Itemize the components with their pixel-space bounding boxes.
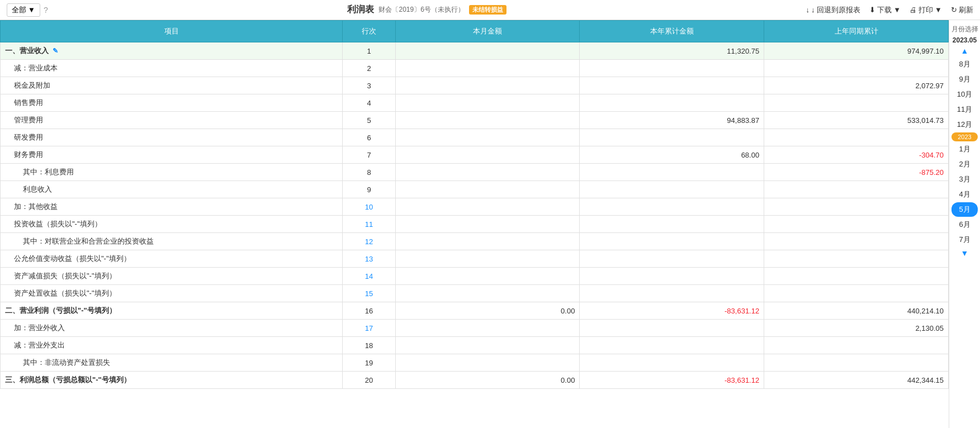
top-bar-actions: ↓ ↓ 回退到原报表 ⬇ 下载 ▼ 🖨 打印 ▼ ↻ 刷新 bbox=[806, 5, 973, 15]
header-row: 行次 bbox=[343, 21, 395, 42]
month-nav-down[interactable]: ▼ bbox=[949, 248, 980, 259]
header-year: 本年累计金额 bbox=[580, 21, 764, 42]
scope-label: 全部 bbox=[12, 5, 26, 15]
page-subtitle: 财会〔2019〕6号（未执行） bbox=[378, 5, 464, 15]
month-item-0[interactable]: 8月 bbox=[951, 57, 978, 72]
cell-year-16 bbox=[580, 320, 764, 337]
cell-year-6: 68.00 bbox=[580, 146, 764, 164]
cell-item-11: 其中：对联营企业和合营企业的投资收益 bbox=[1, 233, 343, 250]
cell-year-1 bbox=[580, 60, 764, 77]
cell-month-17 bbox=[395, 337, 580, 354]
cell-item-6: 财务费用 bbox=[1, 146, 343, 164]
print-button[interactable]: 🖨 打印 ▼ bbox=[910, 5, 942, 15]
cell-year-11 bbox=[580, 233, 764, 250]
print-icon: 🖨 bbox=[910, 6, 917, 14]
month-item-5[interactable]: 2023 bbox=[951, 132, 978, 141]
cell-month-11 bbox=[395, 233, 580, 250]
cell-prev-16: 2,130.05 bbox=[764, 320, 949, 337]
cell-rownum-18: 19 bbox=[343, 354, 395, 372]
cell-month-14 bbox=[395, 285, 580, 302]
month-sidebar: 月份选择 2023.05 ▲ 8月9月10月11月12月20231月2月3月4月… bbox=[949, 20, 980, 428]
cell-prev-18 bbox=[764, 354, 949, 372]
cell-rownum-16[interactable]: 17 bbox=[343, 320, 395, 337]
cell-year-5 bbox=[580, 129, 764, 146]
cell-rownum-5: 6 bbox=[343, 129, 395, 146]
month-item-6[interactable]: 1月 bbox=[951, 142, 978, 156]
cell-item-1: 减：营业成本 bbox=[1, 60, 343, 77]
cell-rownum-12[interactable]: 13 bbox=[343, 250, 395, 268]
cell-month-13 bbox=[395, 268, 580, 285]
cell-prev-0: 974,997.10 bbox=[764, 42, 949, 60]
cell-prev-2: 2,072.97 bbox=[764, 77, 949, 94]
cell-prev-1 bbox=[764, 60, 949, 77]
page-title-group: 利润表 财会〔2019〕6号（未执行） 未结转损益 bbox=[347, 4, 506, 16]
refresh-button[interactable]: ↻ 刷新 bbox=[951, 5, 973, 15]
cell-prev-4: 533,014.73 bbox=[764, 112, 949, 129]
main-content: 项目 行次 本月金额 本年累计金额 上年同期累计 一、营业收入 ✎111,320… bbox=[0, 20, 980, 428]
cell-item-14: 资产处置收益（损失以"-"填列） bbox=[1, 285, 343, 302]
header-item: 项目 bbox=[1, 21, 343, 42]
cell-month-2 bbox=[395, 77, 580, 94]
month-item-2[interactable]: 10月 bbox=[951, 87, 978, 102]
cell-year-9 bbox=[580, 198, 764, 216]
cell-item-5: 研发费用 bbox=[1, 129, 343, 146]
page-title: 利润表 bbox=[347, 4, 374, 16]
cell-year-10 bbox=[580, 216, 764, 233]
cell-year-12 bbox=[580, 250, 764, 268]
chevron-down-icon: ▼ bbox=[935, 6, 942, 14]
top-bar: 全部 ▼ ? 利润表 财会〔2019〕6号（未执行） 未结转损益 ↓ ↓ 回退到… bbox=[0, 0, 980, 20]
cell-month-9 bbox=[395, 198, 580, 216]
refresh-icon: ↻ bbox=[951, 6, 957, 14]
cell-prev-7: -875.20 bbox=[764, 164, 949, 181]
cell-rownum-14[interactable]: 15 bbox=[343, 285, 395, 302]
status-badge: 未结转损益 bbox=[469, 5, 506, 15]
cell-rownum-4: 5 bbox=[343, 112, 395, 129]
cell-month-15: 0.00 bbox=[395, 302, 580, 320]
cell-month-12 bbox=[395, 250, 580, 268]
help-icon[interactable]: ? bbox=[44, 6, 48, 15]
cell-rownum-11[interactable]: 12 bbox=[343, 233, 395, 250]
cell-year-17 bbox=[580, 337, 764, 354]
cell-year-19: -83,631.12 bbox=[580, 372, 764, 389]
cell-rownum-13[interactable]: 14 bbox=[343, 268, 395, 285]
header-month: 本月金额 bbox=[395, 21, 580, 42]
download-button[interactable]: ⬇ 下载 ▼ bbox=[869, 5, 901, 15]
cell-item-12: 公允价值变动收益（损失以"-"填列） bbox=[1, 250, 343, 268]
month-item-3[interactable]: 11月 bbox=[951, 102, 978, 117]
month-item-7[interactable]: 2月 bbox=[951, 157, 978, 172]
cell-month-18 bbox=[395, 354, 580, 372]
cell-year-2 bbox=[580, 77, 764, 94]
scope-dropdown[interactable]: 全部 ▼ bbox=[7, 3, 40, 17]
cell-item-10: 投资收益（损失以"-"填列） bbox=[1, 216, 343, 233]
month-item-11[interactable]: 6月 bbox=[951, 217, 978, 232]
cell-item-15: 二、营业利润（亏损以"-"号填列） bbox=[1, 302, 343, 320]
cell-prev-15: 440,214.10 bbox=[764, 302, 949, 320]
cell-rownum-6: 7 bbox=[343, 146, 395, 164]
cell-year-14 bbox=[580, 285, 764, 302]
month-selector-label: 月份选择 bbox=[949, 22, 980, 35]
month-nav-up[interactable]: ▲ bbox=[949, 45, 980, 56]
month-item-4[interactable]: 12月 bbox=[951, 117, 978, 132]
cell-prev-19: 442,344.15 bbox=[764, 372, 949, 389]
cell-month-19: 0.00 bbox=[395, 372, 580, 389]
cell-prev-13 bbox=[764, 268, 949, 285]
cell-rownum-9[interactable]: 10 bbox=[343, 198, 395, 216]
cell-item-4: 管理费用 bbox=[1, 112, 343, 129]
edit-icon-0[interactable]: ✎ bbox=[51, 47, 58, 55]
back-button[interactable]: ↓ ↓ 回退到原报表 bbox=[806, 5, 861, 15]
cell-rownum-0: 1 bbox=[343, 42, 395, 60]
cell-rownum-10[interactable]: 11 bbox=[343, 216, 395, 233]
cell-prev-14 bbox=[764, 285, 949, 302]
month-item-1[interactable]: 9月 bbox=[951, 72, 978, 87]
cell-month-5 bbox=[395, 129, 580, 146]
cell-item-18: 其中：非流动资产处置损失 bbox=[1, 354, 343, 372]
cell-rownum-3: 4 bbox=[343, 94, 395, 112]
month-item-12[interactable]: 7月 bbox=[951, 232, 978, 247]
cell-prev-17 bbox=[764, 337, 949, 354]
month-item-9[interactable]: 4月 bbox=[951, 187, 978, 202]
month-item-8[interactable]: 3月 bbox=[951, 172, 978, 187]
cell-item-13: 资产减值损失（损失以"-"填列） bbox=[1, 268, 343, 285]
month-item-10[interactable]: 5月 bbox=[951, 202, 978, 217]
cell-prev-3 bbox=[764, 94, 949, 112]
cell-item-8: 利息收入 bbox=[1, 181, 343, 198]
